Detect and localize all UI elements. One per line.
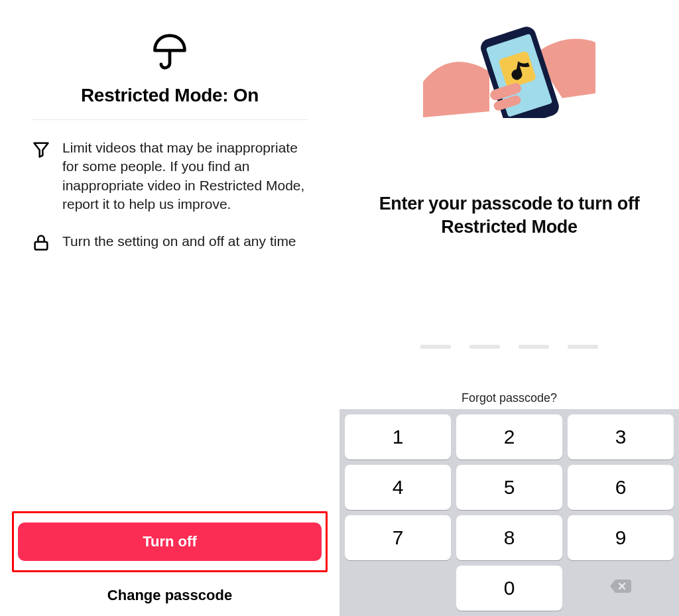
numeric-keypad: 1 2 3 4 5 6 7 8 9 0	[340, 409, 679, 616]
hands-phone-illustration	[340, 0, 679, 119]
passcode-title: Enter your passcode to turn off Restrict…	[379, 194, 640, 237]
lock-icon	[32, 233, 50, 252]
change-passcode-button[interactable]: Change passcode	[107, 587, 232, 604]
divider	[32, 119, 308, 120]
keypad-0[interactable]: 0	[456, 566, 562, 611]
keypad-1[interactable]: 1	[345, 414, 451, 460]
keypad-empty	[345, 566, 451, 611]
keypad-8[interactable]: 8	[456, 515, 562, 560]
keypad-9[interactable]: 9	[568, 515, 674, 560]
keypad-3[interactable]: 3	[568, 414, 674, 460]
passcode-entry-panel: Enter your passcode to turn off Restrict…	[340, 0, 679, 616]
keypad-2[interactable]: 2	[456, 414, 562, 460]
keypad-7[interactable]: 7	[345, 515, 451, 560]
keypad-6[interactable]: 6	[568, 465, 674, 510]
turn-off-button[interactable]: Turn off	[18, 523, 322, 561]
feature-lock-row: Turn the setting on and off at any time	[32, 232, 308, 252]
feature-filter-row: Limit videos that may be inappropriate f…	[32, 139, 308, 214]
feature-filter-text: Limit videos that may be inappropriate f…	[62, 139, 308, 214]
umbrella-icon	[150, 62, 190, 74]
page-title: Restricted Mode: On	[81, 85, 259, 105]
keypad-5[interactable]: 5	[456, 465, 562, 510]
keypad-4[interactable]: 4	[345, 465, 451, 510]
restricted-mode-panel: Restricted Mode: On Limit videos that ma…	[0, 0, 340, 616]
forgot-passcode-link[interactable]: Forgot passcode?	[462, 391, 557, 405]
highlight-frame: Turn off	[12, 511, 328, 572]
svg-rect-0	[35, 242, 48, 250]
passcode-input-slots[interactable]	[340, 345, 679, 349]
keypad-backspace[interactable]	[568, 566, 674, 611]
backspace-icon	[609, 577, 633, 600]
feature-lock-text: Turn the setting on and off at any time	[62, 232, 296, 251]
filter-icon	[32, 140, 50, 158]
